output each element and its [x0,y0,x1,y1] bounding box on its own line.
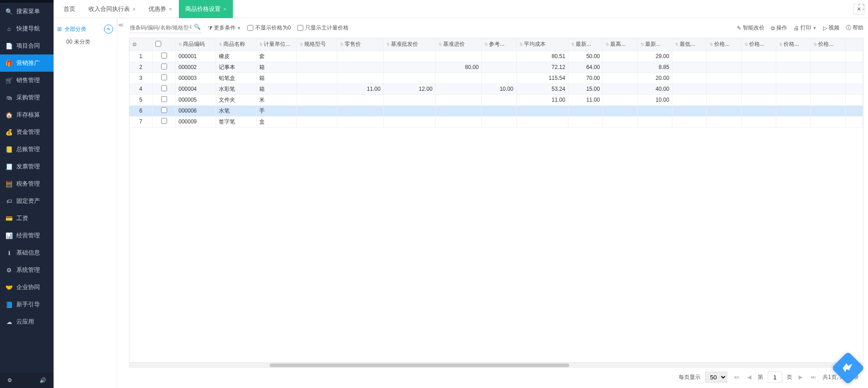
cell[interactable] [603,73,637,83]
column-header-1[interactable] [153,38,176,51]
cell[interactable]: 000002 [176,62,216,73]
last-page-button[interactable]: ⏭ [809,374,818,380]
cell[interactable] [603,116,637,127]
cell[interactable] [811,116,845,127]
cell[interactable]: 000003 [176,73,216,83]
cell[interactable] [337,73,384,83]
column-header-18[interactable]: ⇅价格... [811,38,845,51]
search-input[interactable] [129,23,202,33]
smart-price-button[interactable]: ✎ 智能改价 [737,24,764,32]
cell[interactable] [845,116,863,127]
column-header-12[interactable]: ⇅最高... [603,38,637,51]
cell[interactable]: 文件夹 [216,94,256,105]
cell[interactable] [153,94,176,105]
cell[interactable] [603,105,637,116]
cell[interactable] [568,116,603,127]
next-page-button[interactable]: ▶ [797,374,804,380]
column-header-3[interactable]: ⇅商品名称 [216,38,256,51]
cell[interactable]: 箱 [256,62,297,73]
cell[interactable] [845,62,863,73]
search-icon[interactable]: 🔍 [194,24,201,30]
sidebar-item-14[interactable]: ℹ基础信息 [0,244,54,261]
cell[interactable]: 2 [129,62,153,73]
cell[interactable]: 40.00 [637,83,672,94]
sidebar-item-13[interactable]: 📊经营管理 [0,227,54,244]
cell[interactable] [707,105,741,116]
sidebar-item-3[interactable]: 🎁营销推广 [0,54,54,72]
cell[interactable] [707,116,741,127]
column-header-7[interactable]: ⇅基准批发价 [384,38,435,51]
sidebar-item-10[interactable]: 🧮税务管理 [0,175,54,192]
video-button[interactable]: ▷ 视频 [823,24,839,32]
cell[interactable] [672,116,707,127]
cell[interactable] [741,83,776,94]
column-header-4[interactable]: ⇅计量单位... [256,38,297,51]
cell[interactable]: 1 [129,51,153,62]
row-checkbox[interactable] [161,96,167,102]
cell[interactable]: 50.00 [568,51,603,62]
cell[interactable]: 72.12 [516,62,568,73]
horizontal-scrollbar[interactable] [129,363,863,368]
cell[interactable]: 11.00 [337,83,384,94]
column-header-17[interactable]: ⇅价格... [776,38,811,51]
cell[interactable]: 000004 [176,83,216,94]
cell[interactable] [337,105,384,116]
cell[interactable] [603,94,637,105]
cell[interactable]: 橡皮 [216,51,256,62]
tab-close-icon[interactable]: × [169,6,172,12]
sidebar-item-4[interactable]: 🛒销售管理 [0,72,54,89]
cell[interactable] [637,105,672,116]
cell[interactable] [776,51,811,62]
cell[interactable] [297,105,337,116]
sidebar-item-7[interactable]: 💰资金管理 [0,123,54,141]
cell[interactable] [707,94,741,105]
cell[interactable] [384,51,435,62]
column-header-8[interactable]: ⇅基准进价 [435,38,482,51]
cell[interactable] [435,83,482,94]
cell[interactable] [845,105,863,116]
column-header-10[interactable]: ⇅平均成本 [516,38,568,51]
sidebar-item-2[interactable]: 📄项目合同 [0,37,54,54]
sidebar-item-9[interactable]: 🧾发票管理 [0,158,54,175]
cell[interactable] [337,94,384,105]
more-conditions-button[interactable]: ⧩ 更多条件 ▼ [208,24,241,32]
cell[interactable] [811,94,845,105]
cell[interactable] [482,51,516,62]
row-checkbox[interactable] [161,118,167,124]
cell[interactable] [811,62,845,73]
select-all-checkbox[interactable] [155,41,161,47]
cell[interactable]: 4 [129,83,153,94]
table-row[interactable]: 5000005文件夹米11.0011.0010.00 [129,94,863,105]
only-main-unit-checkbox[interactable]: 只显示主计量价格 [297,24,349,32]
column-header-11[interactable]: ⇅最新... [568,38,603,51]
cell[interactable] [811,51,845,62]
cell[interactable]: 套 [256,51,297,62]
table-row[interactable]: 7000009签字笔盒 [129,116,863,127]
column-header-19[interactable] [845,38,863,51]
cell[interactable] [568,105,603,116]
tab-2[interactable]: 优惠券× [142,0,178,18]
sidebar-item-17[interactable]: 📘新手引导 [0,296,54,313]
cell[interactable] [516,116,568,127]
cell[interactable]: 000006 [176,105,216,116]
sidebar-item-15[interactable]: ⚙系统管理 [0,261,54,279]
tab-1[interactable]: 收入合同执行表× [82,0,142,18]
column-header-0[interactable]: ⚙ [129,38,153,51]
cell[interactable] [153,105,176,116]
cell[interactable] [672,51,707,62]
cell[interactable] [845,83,863,94]
table-row[interactable]: 1000001橡皮套80.5150.0029.00 [129,51,863,62]
cell[interactable] [297,51,337,62]
row-checkbox[interactable] [161,85,167,91]
cell[interactable] [776,73,811,83]
cell[interactable] [482,94,516,105]
cell[interactable]: 70.00 [568,73,603,83]
cell[interactable] [435,51,482,62]
cell[interactable] [297,73,337,83]
cell[interactable]: 000009 [176,116,216,127]
prev-page-button[interactable]: ◀ [745,374,753,380]
fullscreen-icon[interactable]: ⛶ [858,4,864,11]
row-checkbox[interactable] [161,107,167,113]
cell[interactable] [811,83,845,94]
cell[interactable]: 15.00 [568,83,603,94]
